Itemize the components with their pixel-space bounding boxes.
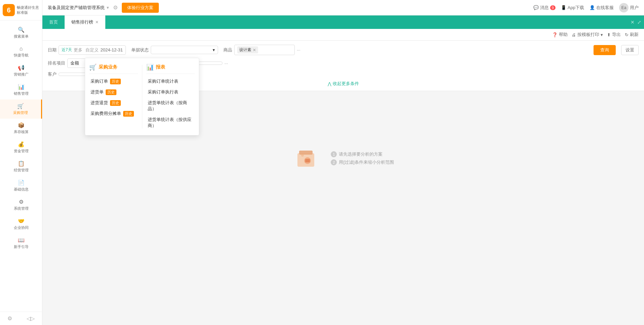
- purchase-col-header: 🛒 采购业务: [89, 62, 138, 74]
- print-dropdown-icon[interactable]: ▾: [601, 32, 603, 37]
- message-icon: 💬: [533, 5, 539, 10]
- enterprise-icon: 🤝: [18, 218, 25, 224]
- app-download-btn[interactable]: 📱 App下载: [561, 5, 584, 11]
- help-icon: ❓: [552, 32, 558, 37]
- topbar-right: 💬 消息 9 📱 App下载 👤 在线客服 Ea 用户: [533, 3, 639, 12]
- purchase-return-item[interactable]: 进货退货 历史: [89, 97, 138, 108]
- collapse-icon: ⋀: [328, 81, 331, 86]
- report-inbound-product[interactable]: 进货单统计表（按商品）: [146, 97, 195, 114]
- collapse-sidebar-icon[interactable]: ◁▷: [27, 315, 35, 322]
- tab-maximize-area: ✕ ⤢: [631, 19, 641, 25]
- sidebar-bottom: ⚙ ◁▷: [0, 312, 42, 325]
- topbar: 装备及固定资产辅助管理系统 ▾ ⚙ 体验行业方案 💬 消息 9 📱 App下载 …: [42, 0, 644, 15]
- collapse-btn[interactable]: ⋀ 收起更多条件: [328, 81, 359, 87]
- expense-history: 历史: [123, 111, 134, 117]
- user-avatar: Ea: [619, 3, 629, 12]
- product-filter-label: 商品: [223, 47, 232, 53]
- online-service-btn[interactable]: 👤 在线客服: [589, 5, 614, 11]
- settings-bottom-icon[interactable]: ⚙: [7, 315, 12, 322]
- sidebar-item-enterprise[interactable]: 🤝企业协同: [0, 214, 42, 234]
- help-btn[interactable]: ❓ 帮助: [552, 32, 568, 38]
- sidebar-item-purchase[interactable]: 🛒采购管理: [0, 99, 42, 119]
- report-inbound-supplier[interactable]: 进货单统计表（按供应商）: [146, 114, 195, 131]
- date-filter-label: 日期: [48, 47, 57, 53]
- system-icon: ⚙: [19, 199, 24, 205]
- return-history: 历史: [110, 100, 121, 106]
- refresh-btn[interactable]: ↻ 刷新: [625, 32, 639, 38]
- topbar-settings-icon[interactable]: ⚙: [113, 4, 118, 11]
- status-filter-label: 单据状态: [131, 47, 149, 53]
- empty-illustration: [292, 143, 323, 173]
- user-avatar-btn[interactable]: Ea 用户: [619, 3, 639, 12]
- svg-rect-3: [305, 159, 310, 162]
- rank-filter-label: 排名项目: [48, 60, 65, 66]
- sidebar-item-operation[interactable]: 📋经营管理: [0, 157, 42, 176]
- message-badge: 9: [550, 5, 556, 10]
- phone-icon: 📱: [561, 5, 566, 10]
- reports-col-icon: 📊: [146, 64, 154, 71]
- toolbar-row: ❓ 帮助 🖨 按模板打印 ▾ ⬆ 导出 ↻ 刷新: [42, 29, 644, 41]
- reports-col-header: 📊 报表: [146, 62, 195, 74]
- content-area: ❓ 帮助 🖨 按模板打印 ▾ ⬆ 导出 ↻ 刷新: [42, 29, 644, 325]
- purchase-col-icon: 🛒: [89, 64, 97, 71]
- tab-home[interactable]: 首页: [42, 15, 65, 29]
- sidebar-item-sales[interactable]: 📊销售管理: [0, 80, 42, 99]
- title-dropdown-icon[interactable]: ▾: [107, 5, 109, 10]
- sidebar-logo: 6 畅捷通好生意 标准版: [0, 0, 42, 21]
- empty-text: 1 请先选择要分析的方案 2 用[过滤]条件来缩小分析范围: [331, 151, 394, 165]
- filter-row-1: 日期 近7天 更多 自定义 2024-12-31 单据状态: [48, 45, 639, 55]
- product-filter-input[interactable]: 设计素 ✕: [234, 45, 295, 55]
- sidebar-item-system[interactable]: ⚙系统管理: [0, 195, 42, 214]
- quick-icon: ⌂: [20, 46, 23, 52]
- tabbar: 首页 销售排行榜 ✕ ✕ ⤢: [42, 15, 644, 29]
- product-tag-close[interactable]: ✕: [253, 48, 256, 52]
- report-order-stats[interactable]: 采购订单统计表: [146, 76, 195, 87]
- svg-point-4: [301, 154, 304, 157]
- sidebar-nav: 🔍搜索菜单⌂快捷导航📢营销推广📊销售管理🛒采购管理📦库存核算💰资金管理📋经营管理…: [0, 21, 42, 312]
- salesperson-filter-dots[interactable]: ···: [224, 61, 228, 66]
- marketing-icon: 📢: [18, 65, 25, 71]
- logo-icon: 6: [3, 4, 15, 16]
- purchase-expense-item[interactable]: 采购费用分摊单 历史: [89, 108, 138, 119]
- sidebar-item-quick[interactable]: ⌂快捷导航: [0, 42, 42, 61]
- inventory-icon: 📦: [18, 122, 25, 128]
- product-filter-dots[interactable]: ···: [297, 47, 300, 52]
- sidebar-item-marketing[interactable]: 📢营销推广: [0, 61, 42, 80]
- export-icon: ⬆: [607, 32, 611, 37]
- industry-btn[interactable]: 体验行业方案: [122, 3, 159, 13]
- report-order-exec[interactable]: 采购订单执行表: [146, 87, 195, 97]
- system-title: 装备及固定资产辅助管理系统 ▾: [48, 5, 109, 11]
- purchase-dropdown-menu: 🛒 采购业务 采购订单 历史 进货单 历史 进货退货: [85, 58, 199, 135]
- operation-icon: 📋: [18, 160, 25, 167]
- sidebar-item-inventory[interactable]: 📦库存核算: [0, 119, 42, 138]
- message-btn[interactable]: 💬 消息 9: [533, 5, 556, 11]
- sidebar: 6 畅捷通好生意 标准版 🔍搜索菜单⌂快捷导航📢营销推广📊销售管理🛒采购管理📦库…: [0, 0, 42, 325]
- customer-filter-label: 客户: [48, 71, 57, 77]
- purchase-icon: 🛒: [17, 103, 24, 109]
- close-window-icon[interactable]: ✕: [631, 19, 635, 25]
- query-btn[interactable]: 查询: [594, 45, 616, 55]
- print-icon: 🖨: [572, 32, 576, 37]
- date-filter-input[interactable]: 近7天 更多 自定义 2024-12-31: [59, 45, 126, 55]
- purchase-order-history: 历史: [110, 79, 121, 84]
- purchase-inbound-item[interactable]: 进货单 历史: [89, 87, 138, 97]
- sidebar-item-finance[interactable]: 💰资金管理: [0, 138, 42, 157]
- finance-icon: 💰: [18, 141, 25, 148]
- tab-sales-rank[interactable]: 销售排行榜 ✕: [65, 15, 105, 29]
- status-filter: 单据状态 ▾: [131, 46, 218, 54]
- sidebar-item-search[interactable]: 🔍搜索菜单: [0, 23, 42, 42]
- product-filter: 商品 设计素 ✕ ···: [223, 45, 300, 55]
- service-icon: 👤: [589, 5, 595, 10]
- logo-text: 畅捷通好生意 标准版: [17, 5, 39, 15]
- maximize-icon[interactable]: ⤢: [637, 19, 641, 25]
- status-dropdown-icon: ▾: [213, 47, 215, 52]
- tab-close-icon[interactable]: ✕: [95, 20, 99, 25]
- export-btn[interactable]: ⬆ 导出: [607, 32, 621, 38]
- print-btn[interactable]: 🖨 按模板打印 ▾: [572, 32, 603, 38]
- product-filter-tag: 设计素 ✕: [237, 46, 258, 53]
- purchase-order-item[interactable]: 采购订单 历史: [89, 76, 138, 87]
- sidebar-item-guide[interactable]: 📖新手引导: [0, 234, 42, 253]
- settings-btn[interactable]: 设置: [621, 45, 639, 55]
- status-filter-input[interactable]: ▾: [151, 46, 218, 54]
- sidebar-item-basic[interactable]: 📄基础信息: [0, 176, 42, 195]
